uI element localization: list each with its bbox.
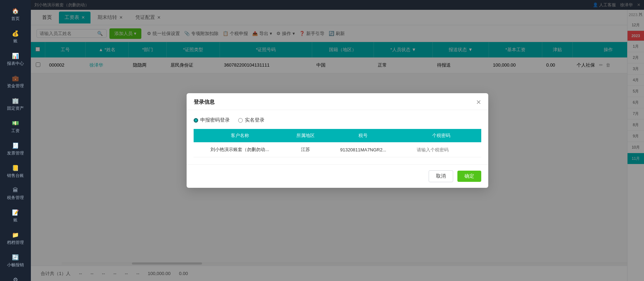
tax-icon: 🏛	[13, 187, 18, 193]
sidebar: 🏠 首页 💰 账 📊 报表中心 💼 资金管理 🏢 固定资产 💵 工资 🧾 发票管…	[0, 0, 31, 281]
sidebar-item-sales-return[interactable]: 🔄 小畅报销	[0, 250, 31, 272]
login-table: 客户名称 所属地区 税号 个税密码 刘小艳演示账套（勿删勿动... 江苏 913…	[194, 129, 481, 157]
settings-icon: ⚙	[13, 276, 18, 281]
dialog-header: 登录信息 ✕	[187, 93, 488, 110]
dialog-col-name: 客户名称	[194, 129, 286, 142]
login-radio-group: 申报密码登录 实名登录	[194, 117, 481, 123]
radio-password-label: 申报密码登录	[200, 117, 230, 123]
dialog-table-row: 刘小艳演示账套（勿删勿动... 江苏 91320811MA7NGR2...	[194, 142, 481, 157]
radio-password-login[interactable]: 申报密码登录	[194, 117, 230, 123]
report-center-icon: 📊	[12, 53, 19, 59]
dialog-row-name: 刘小艳演示账套（勿删勿动...	[194, 142, 286, 157]
dialog-row-password[interactable]	[401, 142, 481, 157]
cancel-button[interactable]: 取消	[429, 170, 453, 182]
radio-password-input[interactable]	[194, 118, 198, 123]
dialog-col-region: 所属地区	[286, 129, 325, 142]
dialog-col-taxid: 税号	[325, 129, 401, 142]
payroll-icon: 💰	[12, 30, 19, 37]
sidebar-item-invoice[interactable]: 🧾 发票管理	[0, 138, 31, 160]
fixed-assets-icon: 🏢	[12, 97, 19, 104]
sidebar-item-fixed-assets[interactable]: 🏢 固定资产	[0, 93, 31, 116]
fund-icon: 💼	[12, 75, 19, 82]
sidebar-item-fund[interactable]: 💼 资金管理	[0, 71, 31, 93]
dialog-row-taxid: 91320811MA7NGR2...	[325, 142, 401, 157]
wages-icon: 💵	[12, 120, 19, 126]
home-icon: 🏠	[12, 8, 19, 14]
dialog-body: 申报密码登录 实名登录 客户名称 所属地区 税号 个税密码	[187, 110, 488, 164]
dialog-title: 登录信息	[194, 99, 215, 105]
sidebar-item-wages[interactable]: 💵 工资	[0, 116, 31, 138]
dialog-overlay: 登录信息 ✕ 申报密码登录 实名登录 客户名称 所属地区	[31, 0, 644, 281]
sidebar-item-archive[interactable]: 📁 档档管理	[0, 227, 31, 250]
sidebar-item-report-center[interactable]: 📊 报表中心	[0, 48, 31, 71]
sidebar-item-sales-ledger[interactable]: 📒 销售台账	[0, 160, 31, 183]
archive-icon: 📁	[12, 232, 19, 238]
sidebar-item-home[interactable]: 🏠 首页	[0, 4, 31, 26]
radio-realname-label: 实名登录	[245, 117, 264, 123]
invoice-icon: 🧾	[12, 142, 19, 149]
dialog-col-password: 个税密码	[401, 129, 481, 142]
login-dialog: 登录信息 ✕ 申报密码登录 实名登录 客户名称 所属地区	[187, 93, 488, 188]
dialog-footer: 取消 确定	[187, 164, 488, 188]
sidebar-item-settings[interactable]: ⚙ 设置	[0, 272, 31, 281]
sales-return-icon: 🔄	[12, 254, 19, 261]
radio-realname-login[interactable]: 实名登录	[238, 117, 264, 123]
confirm-button[interactable]: 确定	[457, 171, 481, 182]
tax-password-input[interactable]	[417, 147, 466, 152]
sidebar-item-accounts[interactable]: 📝 账	[0, 205, 31, 227]
dialog-close-button[interactable]: ✕	[476, 99, 481, 105]
radio-realname-input[interactable]	[238, 118, 243, 123]
sales-ledger-icon: 📒	[12, 165, 19, 171]
sidebar-item-payroll[interactable]: 💰 账	[0, 26, 31, 48]
dialog-row-region: 江苏	[286, 142, 325, 157]
accounts-icon: 📝	[12, 209, 19, 216]
sidebar-item-tax[interactable]: 🏛 税务管理	[0, 183, 31, 205]
